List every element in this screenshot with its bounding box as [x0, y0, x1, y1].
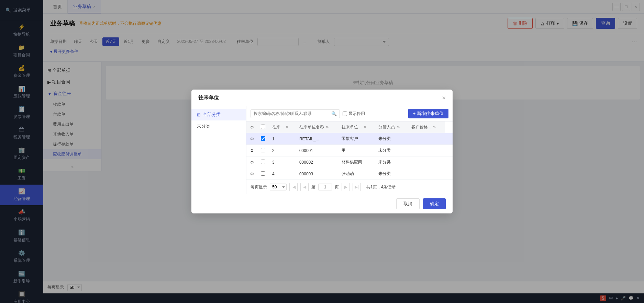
th-manager: 分管人员 ⇅ [375, 121, 408, 133]
row-manager [408, 145, 445, 156]
row-code: RETAIL_... [296, 133, 338, 145]
row-checkbox[interactable] [261, 171, 265, 176]
th-code: 往来... ⇅ [269, 121, 296, 133]
row-settings[interactable]: ⚙ [246, 133, 257, 145]
modal-body: ⊞ 全部分类 未分类 🔍 显示停用 [191, 106, 453, 194]
th-name: 往来单位名称 ⇅ [296, 121, 338, 133]
row-checkbox[interactable] [261, 160, 265, 164]
row-name: 材料供应商 [338, 156, 375, 168]
modal-footer: 取消 确定 [191, 194, 453, 213]
modal-table-body: ⚙ 1 RETAIL_... 零散客户 未分类 ⚙ 2 000001 甲 未分类… [246, 133, 453, 180]
search-icon-modal: 🔍 [331, 111, 337, 116]
modal-toolbar: 🔍 显示停用 + 新增往来单位 [246, 106, 453, 121]
th-check[interactable] [257, 121, 269, 133]
th-category: 往来单位... ⇅ [338, 121, 375, 133]
row-name: 零散客户 [338, 133, 375, 145]
row-name: 甲 [338, 145, 375, 156]
modal-search-box: 🔍 [251, 109, 340, 118]
page-suffix: 页 [335, 184, 339, 190]
row-code: 000001 [296, 145, 338, 156]
row-checkbox-cell[interactable] [257, 168, 269, 180]
show-disabled-label[interactable]: 显示停用 [343, 111, 365, 117]
confirm-button[interactable]: 确定 [423, 198, 446, 209]
first-page-btn[interactable]: |◀ [289, 183, 298, 191]
counterparty-table: ⚙ 往来... ⇅ 往来单位名称 ⇅ 往来单位... ⇅ 分管人员 ⇅ 客户价格… [246, 121, 453, 180]
select-all-checkbox[interactable] [261, 125, 265, 129]
modal-search-input[interactable] [254, 111, 330, 116]
modal-header: 往来单位 × [191, 90, 453, 106]
row-name: 张萌萌 [338, 168, 375, 180]
row-code: 000003 [296, 168, 338, 180]
row-settings[interactable]: ⚙ [246, 168, 257, 180]
modal-unclassified[interactable]: 未分类 [191, 120, 246, 132]
last-page-btn[interactable]: ▶| [353, 183, 361, 191]
per-page-label: 每页显示 [251, 184, 267, 190]
row-no: 4 [269, 168, 296, 180]
row-manager [408, 133, 445, 145]
row-checkbox[interactable] [261, 136, 265, 141]
th-settings[interactable]: ⚙ [246, 121, 257, 133]
row-manager [408, 168, 445, 180]
page-input[interactable]: 1 [318, 184, 332, 190]
row-no: 2 [269, 145, 296, 156]
row-checkbox-cell[interactable] [257, 133, 269, 145]
modal-left-panel: ⊞ 全部分类 未分类 [191, 106, 246, 194]
add-counterparty-btn[interactable]: + 新增往来单位 [408, 109, 448, 118]
table-row[interactable]: ⚙ 1 RETAIL_... 零散客户 未分类 [246, 133, 453, 145]
row-code: 000002 [296, 156, 338, 168]
modal-all-category[interactable]: ⊞ 全部分类 [191, 109, 246, 120]
modal-close-btn[interactable]: × [442, 95, 446, 101]
prev-page-btn[interactable]: ◀ [300, 183, 309, 191]
row-settings[interactable]: ⚙ [246, 145, 257, 156]
per-page-select[interactable]: 50 10 20 100 [270, 184, 287, 190]
row-price [445, 133, 453, 145]
row-category: 未分类 [375, 168, 408, 180]
th-price: 客户价格... ⇅ [408, 121, 445, 133]
counterparty-modal: 往来单位 × ⊞ 全部分类 未分类 🔍 [191, 90, 453, 213]
table-row[interactable]: ⚙ 4 000003 张萌萌 未分类 [246, 168, 453, 180]
page-label: 第 [311, 184, 315, 190]
row-manager [408, 156, 445, 168]
modal-overlay: 往来单位 × ⊞ 全部分类 未分类 🔍 [0, 0, 644, 303]
modal-title: 往来单位 [198, 94, 219, 101]
row-no: 1 [269, 133, 296, 145]
row-no: 3 [269, 156, 296, 168]
row-checkbox[interactable] [261, 148, 265, 152]
table-head: ⚙ 往来... ⇅ 往来单位名称 ⇅ 往来单位... ⇅ 分管人员 ⇅ 客户价格… [246, 121, 453, 133]
modal-pagination: 每页显示 50 10 20 100 |◀ ◀ 第 1 页 ▶ ▶| 共1页，4条… [246, 180, 453, 194]
table-row[interactable]: ⚙ 2 000001 甲 未分类 [246, 145, 453, 156]
row-checkbox-cell[interactable] [257, 156, 269, 168]
modal-table: ⚙ 往来... ⇅ 往来单位名称 ⇅ 往来单位... ⇅ 分管人员 ⇅ 客户价格… [246, 121, 453, 180]
row-price [445, 156, 453, 168]
row-settings[interactable]: ⚙ [246, 156, 257, 168]
show-disabled-checkbox[interactable] [343, 112, 347, 116]
row-price [445, 145, 453, 156]
row-category: 未分类 [375, 145, 408, 156]
row-price [445, 168, 453, 180]
total-label: 共1页，4条记录 [366, 184, 396, 190]
next-page-btn[interactable]: ▶ [342, 183, 350, 191]
modal-right-panel: 🔍 显示停用 + 新增往来单位 ⚙ [246, 106, 453, 194]
cancel-button[interactable]: 取消 [396, 198, 420, 209]
row-category: 未分类 [375, 133, 408, 145]
row-checkbox-cell[interactable] [257, 145, 269, 156]
row-category: 未分类 [375, 156, 408, 168]
table-row[interactable]: ⚙ 3 000002 材料供应商 未分类 [246, 156, 453, 168]
grid-icon-modal: ⊞ [197, 112, 201, 117]
